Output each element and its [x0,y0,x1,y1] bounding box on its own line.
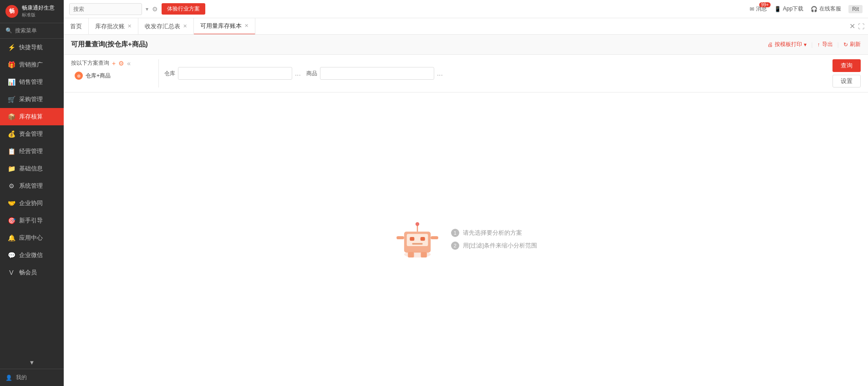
sidebar-label-enterprise: 企业协同 [19,199,43,207]
tab-home[interactable]: 首页 [64,18,89,35]
sidebar-title-block: 畅康通好生意 标准版 [22,5,55,18]
sidebar-item-app-center[interactable]: 🔔 应用中心 [0,229,64,247]
sidebar-icon-enterprise: 🤝 [7,199,15,207]
topbar-user-btn[interactable]: Rit [848,5,863,13]
sidebar-label-quick-nav: 快捷导航 [19,43,43,51]
topbar: ▾ ⚙ 体验行业方案 ✉ 消息 99+ 📱 App下载 🎧 在线客服 Rit [64,0,868,18]
empty-tips: 1 请先选择要分析的方案 2 用[过滤]条件来缩小分析范围 [451,229,537,250]
refresh-icon: ↻ [843,41,848,48]
tip-text-2: 用[过滤]条件来缩小分析范围 [463,242,537,250]
filter-goods-dots[interactable]: ... [437,69,443,77]
filter-row-1: 仓库 ... 商品 ... 查询 设置 [164,59,861,87]
scheme-item-warehouse-goods[interactable]: ⊕ 仓库+商品 [71,70,153,82]
topbar-service-label: 在线客服 [819,5,841,13]
tabs-right: ✕ ⛶ [846,22,868,31]
message-badge: 99+ [759,2,771,7]
filter-warehouse-label: 仓库 [164,70,175,77]
sidebar-item-sales[interactable]: 📊 销售管理 [0,73,64,91]
sidebar-item-wechat[interactable]: 💬 企业微信 [0,247,64,264]
sidebar-label-finance: 资金管理 [19,130,43,138]
filter-warehouse-dots[interactable]: ... [295,69,301,77]
topbar-search-input[interactable] [69,3,142,15]
filter-right: 仓库 ... 商品 ... 查询 设置 [164,59,861,87]
svg-point-7 [416,222,419,226]
empty-state: 1 请先选择要分析的方案 2 用[过滤]条件来缩小分析范围 [64,93,868,386]
app-icon: 📱 [774,6,781,12]
tab-label-home: 首页 [70,22,82,31]
export-btn[interactable]: ↑ 导出 [817,41,833,48]
sidebar-item-marketing[interactable]: 🎁 营销推广 [0,56,64,73]
action-divider-1: | [811,41,812,48]
tab-available-ledger[interactable]: 可用量库存账本✕ [194,18,255,35]
svg-rect-5 [412,243,422,244]
topbar-message-btn[interactable]: ✉ 消息 99+ [750,5,767,13]
sidebar-item-base-info[interactable]: 📁 基础信息 [0,160,64,177]
filter-add-scheme-btn[interactable]: + [112,60,116,67]
sidebar-item-purchase[interactable]: 🛒 采购管理 [0,91,64,108]
page-header-actions: 🖨 按模板打印 ▾ | ↑ 导出 | ↻ 刷新 [767,41,861,48]
sidebar-icon-base-info: 📁 [7,165,15,173]
filter-settings-scheme-btn[interactable]: ⚙ [118,60,124,67]
sidebar-icon-system: ⚙ [7,182,15,190]
tabs-container: 首页库存批次账✕收发存汇总表✕可用量库存账本✕ [64,18,846,35]
sidebar-item-finance[interactable]: 💰 资金管理 [0,125,64,143]
print-btn[interactable]: 🖨 按模板打印 ▾ [767,41,807,48]
svg-rect-4 [421,237,425,241]
topbar-gear-icon[interactable]: ⚙ [152,5,158,13]
action-divider-2: | [838,41,839,48]
tip-num-2: 2 [451,242,459,250]
sidebar-item-operation[interactable]: 📋 经营管理 [0,143,64,160]
sidebar-label-system: 系统管理 [19,182,43,190]
sidebar-item-vip[interactable]: V 畅会员 [0,264,64,281]
topbar-industry-btn[interactable]: 体验行业方案 [162,3,205,15]
filter-goods-input[interactable] [320,67,434,80]
sidebar-icon-inventory: 📦 [7,113,15,121]
sidebar-scroll-down[interactable]: ▼ [0,356,64,369]
tab-close-batch-ledger[interactable]: ✕ [127,23,132,29]
topbar-service-btn[interactable]: 🎧 在线客服 [811,5,841,13]
filter-divider [158,59,159,87]
tabs-expand-btn[interactable]: ⛶ [858,23,864,30]
print-icon: 🖨 [767,41,773,48]
filter-warehouse-input[interactable] [178,67,292,80]
sidebar-label-vip: 畅会员 [19,268,37,277]
filter-collapse-btn[interactable]: « [127,60,131,67]
tip-num-1: 1 [451,229,459,237]
sidebar-item-newcomer[interactable]: 🎯 新手引导 [0,212,64,229]
topbar-app-btn[interactable]: 📱 App下载 [774,5,803,13]
tabs-close-all-btn[interactable]: ✕ [849,22,855,31]
scheme-label: 仓库+商品 [86,72,111,80]
print-chevron-icon[interactable]: ▾ [804,41,807,48]
sidebar-footer[interactable]: 👤 我的 [0,369,64,386]
service-icon: 🎧 [811,6,817,12]
sidebar-search[interactable]: 🔍 搜索菜单 [0,23,64,39]
topbar-chevron-icon[interactable]: ▾ [146,6,148,12]
sidebar-icon-wechat: 💬 [7,251,15,259]
sidebar-item-enterprise[interactable]: 🤝 企业协同 [0,195,64,212]
refresh-btn[interactable]: ↻ 刷新 [843,41,861,48]
svg-rect-8 [396,236,404,239]
tab-close-available-ledger[interactable]: ✕ [244,23,249,29]
sidebar-item-inventory[interactable]: 📦 库存核算 [0,108,64,125]
topbar-app-label: App下载 [783,5,803,13]
tab-label-batch-ledger: 库存批次账 [95,22,125,31]
sidebar-item-quick-nav[interactable]: ⚡ 快捷导航 [0,39,64,56]
sidebar-icon-purchase: 🛒 [7,95,15,103]
sidebar-icon-operation: 📋 [7,147,15,155]
filter-scheme-title: 按以下方案查询 [71,59,109,67]
sidebar-item-system[interactable]: ⚙ 系统管理 [0,177,64,195]
sidebar-icon-sales: 📊 [7,78,15,86]
filter-field-goods: 商品 ... [306,67,443,80]
tab-close-collect-summary[interactable]: ✕ [183,23,187,29]
empty-illustration [395,216,440,262]
filter-scheme-header: 按以下方案查询 + ⚙ « [71,59,153,67]
tab-label-available-ledger: 可用量库存账本 [200,22,242,30]
tab-batch-ledger[interactable]: 库存批次账✕ [89,18,138,35]
sidebar-icon-quick-nav: ⚡ [7,43,15,51]
filter-area: 按以下方案查询 + ⚙ « ⊕ 仓库+商品 仓库 ... 商品 [64,55,868,93]
query-btn[interactable]: 查询 [832,59,861,72]
svg-rect-11 [421,252,426,257]
tab-collect-summary[interactable]: 收发存汇总表✕ [138,18,194,35]
settings-btn[interactable]: 设置 [832,75,861,87]
sidebar-icon-newcomer: 🎯 [7,216,15,225]
